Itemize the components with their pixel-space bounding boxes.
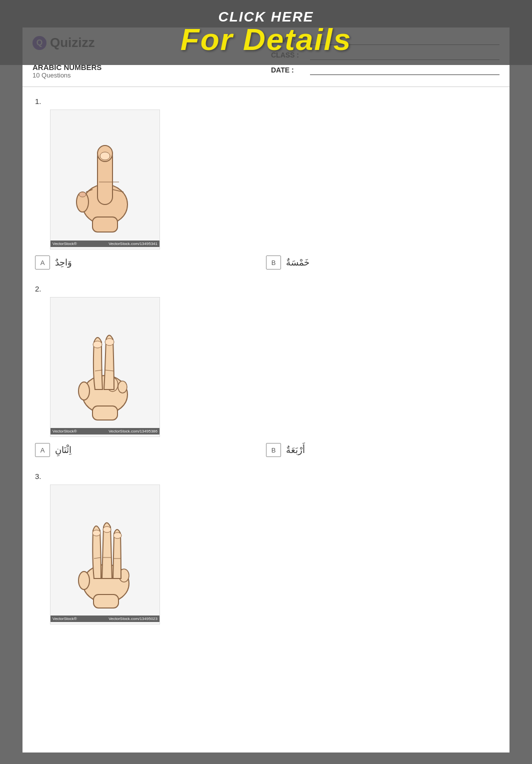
vectorstock-1-label: VectorStock® VectorStock.com/13495341 (50, 240, 160, 247)
answer-1a-text: وَاحِدٌ (55, 257, 72, 268)
svg-point-13 (118, 381, 127, 393)
svg-rect-11 (92, 406, 118, 420)
vectorstock-2-label: VectorStock® VectorStock.com/13495386 (50, 428, 160, 434)
vectorstock-3-label: VectorStock® VectorStock.com/13495023 (50, 616, 160, 622)
question-3-image: VectorStock® VectorStock.com/13495023 (50, 484, 160, 624)
answer-2b: B أَرْبَعَةٌ (266, 443, 497, 457)
question-2-block: 2. (35, 284, 497, 457)
svg-point-24 (103, 526, 111, 532)
quiz-info: ARABIC NUMBERS 10 Questions (32, 63, 261, 79)
question-1-answers: A وَاحِدٌ B خَمْسَةٌ (35, 256, 497, 270)
svg-point-25 (114, 532, 122, 538)
svg-rect-20 (94, 594, 118, 608)
top-banner[interactable]: CLICK HERE For Details (0, 0, 532, 65)
answer-2b-text: أَرْبَعَةٌ (286, 444, 305, 456)
question-2-image: VectorStock® VectorStock.com/13495386 (50, 297, 160, 437)
hand-two-svg (65, 312, 145, 422)
question-2-answers: A اِثْنَانِ B أَرْبَعَةٌ (35, 443, 497, 457)
hand-one-svg (65, 124, 145, 234)
svg-point-16 (105, 338, 114, 346)
answer-1a-box: A (35, 256, 50, 270)
svg-point-8 (79, 192, 86, 197)
answer-1b-box: B (266, 256, 281, 270)
svg-point-14 (78, 382, 90, 400)
answer-1a: A وَاحِدٌ (35, 256, 266, 270)
question-1-image: VectorStock® VectorStock.com/13495341 (50, 110, 160, 250)
answer-1b: B خَمْسَةٌ (266, 256, 497, 270)
question-2-number: 2. (35, 284, 497, 293)
svg-point-22 (78, 572, 90, 590)
answer-2a-text: اِثْنَانِ (55, 444, 72, 456)
questions-area: 1. (22, 87, 510, 650)
main-content: Q Quizizz ARABIC NUMBERS 10 Questions NA… (22, 28, 510, 752)
answer-2a-box: A (35, 443, 50, 457)
date-line[interactable] (310, 65, 500, 75)
for-details-text: For Details (180, 24, 352, 55)
svg-point-23 (92, 530, 100, 536)
question-3-number: 3. (35, 472, 497, 480)
quiz-questions: 10 Questions (32, 72, 261, 79)
svg-rect-6 (92, 217, 118, 232)
question-3-block: 3. (35, 472, 497, 624)
banner-text: CLICK HERE For Details (180, 10, 352, 55)
svg-point-15 (93, 341, 102, 348)
answer-2a: A اِثْنَانِ (35, 443, 266, 457)
question-1-number: 1. (35, 97, 497, 106)
question-1-block: 1. (35, 97, 497, 270)
date-field-row: DATE : (271, 65, 500, 75)
answer-1b-text: خَمْسَةٌ (286, 257, 310, 268)
date-label: DATE : (271, 66, 306, 74)
hand-three-svg (65, 500, 145, 610)
svg-point-9 (100, 152, 110, 160)
answer-2b-box: B (266, 443, 281, 457)
